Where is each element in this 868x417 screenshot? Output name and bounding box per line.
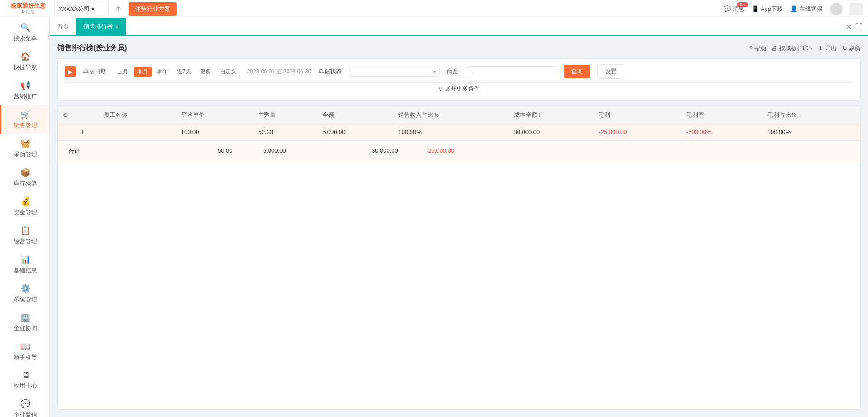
col-gross-pct: 毛利占比% ↕ (762, 106, 860, 124)
tab-home[interactable]: 首页 (50, 18, 76, 35)
wechat-icon: 💬 (20, 399, 30, 409)
col-settings[interactable]: ⚙ (58, 106, 76, 124)
expand-more-label: 展开更多条件 (445, 85, 480, 93)
trial-button[interactable]: 体验行业方案 (129, 2, 177, 16)
cell-gross: -25,000.00 (593, 124, 681, 140)
close-window-icon[interactable]: ✕ (846, 23, 852, 31)
date-tab-prev-month[interactable]: 上月 (114, 67, 132, 77)
search-icon: 🔍 (20, 23, 30, 33)
close-tab-icon[interactable]: × (115, 24, 119, 30)
cell-cost: 30,000.00 (508, 124, 594, 140)
message-badge: 99+ (737, 2, 748, 7)
sidebar-item-sales[interactable]: 🛒 销售管理 (0, 105, 49, 134)
date-tab-custom[interactable]: 自定义 (216, 67, 240, 77)
company-selector[interactable]: XXXXX公司 ▾ (54, 3, 109, 15)
cell-employee (98, 124, 176, 140)
sales-ranking-table: ⚙ 员工名称 平均单价 主数量 全额 销售收入占比% 成本全额 ℹ (58, 106, 860, 140)
sidebar-item-finance[interactable]: 💰 资金管理 (0, 192, 49, 221)
sidebar-item-enterprise[interactable]: 🏢 企业协同 (0, 308, 49, 337)
sidebar-item-appstore[interactable]: 🖥 应用中心 (0, 366, 49, 394)
logo-text: 畅康通好生意 (10, 3, 46, 9)
date-tab-7days[interactable]: 近7天 (173, 67, 195, 77)
col-settings-icon: ⚙ (63, 112, 68, 119)
status-select[interactable]: ▾ (349, 67, 440, 77)
enterprise-icon: 🏢 (20, 312, 30, 322)
gear-button[interactable]: ⚙ (112, 3, 125, 15)
date-tab-this-year[interactable]: 本年 (153, 67, 172, 77)
finance-icon: 💰 (20, 197, 30, 206)
top-bar-right: 💬 消息 99+ 📱 App下载 👤 在线客服 (724, 3, 863, 15)
cell-sales-pct: 100.00% (393, 124, 508, 140)
page-header: 销售排行榜(按业务员) ? 帮助 🖨 按模板打印 ▾ ⬇ 导出 (57, 43, 861, 53)
main-layout: 🔍 搜索菜单 🏠 快捷导航 📢 营销推广 🛒 销售管理 🧺 采购管理 📦 库存核… (0, 18, 868, 417)
table-footer: 合计 50.00 5,000.00 30,000.00 -25,000.00 (58, 140, 860, 162)
content-area: 首页 销售排行榜 × ✕ ⛶ 销售排行榜(按业务员) ? 帮助 (50, 18, 868, 417)
sidebar-item-inventory[interactable]: 📦 库存核算 (0, 163, 49, 192)
filter-toggle-button[interactable]: ▶ (65, 66, 76, 77)
basics-icon: 📊 (20, 254, 30, 264)
tab-sales-ranking[interactable]: 销售排行榜 × (76, 18, 126, 35)
page-title: 销售排行榜(按业务员) (57, 43, 127, 53)
help-button[interactable]: ? 帮助 (749, 44, 766, 53)
print-button[interactable]: 🖨 按模板打印 ▾ (772, 44, 813, 53)
sidebar-label-enterprise: 企业协同 (14, 324, 37, 332)
filter-section: ▶ 单据日期 上月 本月 本年 近7天 更多 自定义 2023-06-01 至 … (57, 58, 861, 101)
date-tab-this-month[interactable]: 本月 (134, 67, 152, 77)
sidebar: 🔍 搜索菜单 🏠 快捷导航 📢 营销推广 🛒 销售管理 🧺 采购管理 📦 库存核… (0, 18, 50, 417)
footer-employee (104, 144, 158, 158)
sidebar-item-purchase[interactable]: 🧺 采购管理 (0, 134, 49, 163)
company-name: XXXXX公司 (58, 5, 90, 13)
filter-row-1: ▶ 单据日期 上月 本月 本年 近7天 更多 自定义 2023-06-01 至 … (65, 64, 853, 79)
sidebar-label-sales: 销售管理 (14, 121, 37, 129)
chevron-status-icon: ▾ (433, 69, 436, 74)
goods-input[interactable]: ... (466, 66, 556, 77)
help-icon: ? (749, 45, 753, 52)
logo-sub: 标准版 (21, 9, 35, 15)
date-tabs: 上月 本月 本年 近7天 更多 自定义 (114, 67, 240, 77)
tab-home-label: 首页 (57, 23, 69, 31)
sidebar-item-wechat[interactable]: 💬 企业微信 (0, 394, 49, 417)
chevron-print-icon: ▾ (810, 46, 813, 51)
export-button[interactable]: ⬇ 导出 (818, 44, 837, 53)
date-range-display: 2023-06-01 至 2023-06-30 (247, 68, 311, 76)
marketing-icon: 📢 (20, 81, 30, 91)
sidebar-item-system[interactable]: ⚙️ 系统管理 (0, 279, 49, 308)
sidebar-item-guide[interactable]: 📖 新手引导 (0, 337, 49, 366)
sidebar-label-system: 系统管理 (14, 295, 37, 303)
col-gross-rate: 毛利率 (681, 106, 762, 124)
maximize-window-icon[interactable]: ⛶ (855, 23, 863, 31)
goods-value: ... (470, 68, 552, 75)
col-rank (76, 106, 98, 124)
settings-button[interactable]: 设置 (597, 64, 624, 79)
sidebar-item-operations[interactable]: 📋 经营管理 (0, 221, 49, 250)
message-nav[interactable]: 💬 消息 99+ (724, 5, 744, 13)
tab-sales-ranking-label: 销售排行榜 (83, 23, 113, 31)
expand-more-button[interactable]: ∨ 展开更多条件 (65, 82, 853, 95)
col-employee: 员工名称 (98, 106, 176, 124)
sidebar-label-appstore: 应用中心 (14, 382, 37, 390)
print-icon: 🖨 (772, 45, 777, 52)
date-tab-more[interactable]: 更多 (197, 67, 215, 77)
sidebar-item-basics[interactable]: 📊 基础信息 (0, 250, 49, 279)
sidebar-label-basics: 基础信息 (14, 266, 37, 274)
cell-amount: 5,000.00 (317, 124, 393, 140)
tab-bar-actions: ✕ ⛶ (840, 23, 868, 31)
sidebar-label-inventory: 库存核算 (14, 179, 37, 187)
online-service-label: 在线客服 (799, 5, 823, 13)
refresh-button[interactable]: ↻ 刷新 (842, 44, 861, 53)
avatar[interactable] (830, 3, 843, 15)
query-button[interactable]: 查询 (564, 65, 590, 78)
sidebar-item-marketing[interactable]: 📢 营销推广 (0, 76, 49, 105)
table-row[interactable]: 1 100.00 50.00 5,000.00 100.00% 30,000.0… (58, 124, 860, 140)
app-download-nav[interactable]: 📱 App下载 (752, 5, 783, 13)
sidebar-item-search[interactable]: 🔍 搜索菜单 (0, 18, 49, 47)
sidebar-label-wechat: 企业微信 (14, 411, 37, 417)
sidebar-label-marketing: 营销推广 (14, 92, 37, 101)
goods-filter-label: 商品 (447, 67, 459, 76)
refresh-icon: ↻ (842, 45, 847, 52)
online-service-nav[interactable]: 👤 在线客服 (790, 5, 823, 13)
footer-sales-pct (312, 144, 366, 158)
col-avg-price: 平均单价 (176, 106, 253, 124)
home-icon: 🏠 (20, 52, 30, 62)
sidebar-item-shortcut[interactable]: 🏠 快捷导航 (0, 47, 49, 76)
